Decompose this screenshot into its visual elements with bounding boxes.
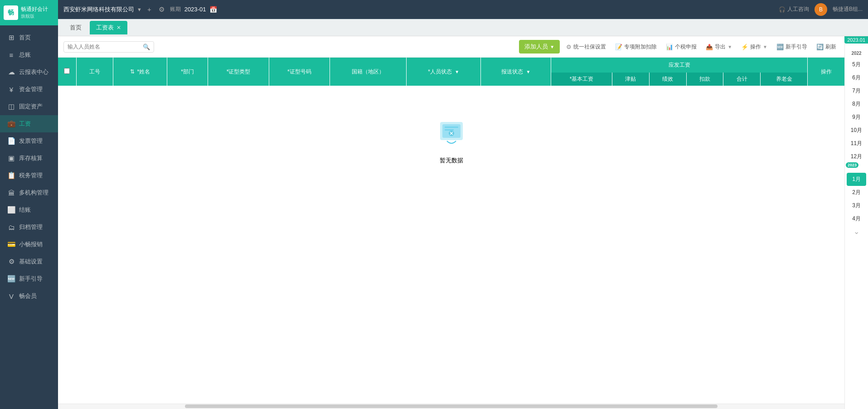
nav-label-settings: 基础设置 [19,258,43,266]
sidebar-item-settings[interactable]: ⚙ 基础设置 [0,253,58,270]
svg-rect-3 [445,129,454,131]
tab-salary-table[interactable]: 工资表 ✕ [90,21,127,34]
down-nav-icon[interactable]: ⌄ [852,226,861,237]
sidebar-item-ledger[interactable]: ≡ 总账 [0,46,58,63]
th-allowance-label: 津贴 [625,76,636,82]
export-btn[interactable]: 📤 导出 ▼ [703,41,735,53]
month-2022-7[interactable]: 7月 [845,84,868,97]
month-2023-2[interactable]: 2月 [845,186,868,199]
th-name-label: *姓名 [137,68,150,75]
add-dropdown-icon: ▼ [550,44,554,49]
inventory-icon: ▣ [7,154,15,162]
nav-label-member: 畅会员 [19,292,37,300]
personal-tax-btn[interactable]: 📊 个税申报 [663,41,699,53]
nav-label-archive: 归档管理 [19,223,43,231]
add-company-btn[interactable]: + [145,5,153,14]
search-icon[interactable]: 🔍 [143,44,150,50]
sidebar-item-inventory[interactable]: ▣ 库存核算 [0,150,58,167]
multi-org-icon: 🏛 [7,189,15,197]
sidebar-item-home[interactable]: ⊞ 首页 [0,29,58,46]
month-2022-8[interactable]: 8月 [845,97,868,111]
support-label: 人工咨询 [787,5,809,13]
tab-close-icon[interactable]: ✕ [116,24,121,31]
topbar-right: 🎧 人工咨询 B 畅捷通B组... [779,3,863,16]
th-actions-label: 操作 [821,68,832,75]
nav-label-guide: 新手引导 [19,275,43,283]
svg-rect-2 [445,127,458,128]
empty-text: 暂无数据 [440,156,463,165]
nav-label-assets: 固定资产 [19,102,43,111]
th-deduct: 扣款 [686,73,723,86]
sidebar-item-assets[interactable]: ◫ 固定资产 [0,98,58,115]
month-2022-12[interactable]: 12月 [845,150,868,163]
th-payroll-group: 应发工资 [551,58,808,73]
sidebar-item-salary[interactable]: 💼 工资 [0,115,58,132]
special-deduct-btn[interactable]: 📝 专项附加扣除 [612,41,659,53]
main-area: 西安虾米网络科技有限公司 ▼ + ⚙ 账期 2023-01 📅 🎧 人工咨询 B… [58,0,868,409]
company-name: 西安虾米网络科技有限公司 [63,5,134,14]
sidebar-item-close[interactable]: ⬜ 结账 [0,201,58,219]
new-guide-btn[interactable]: 🆕 新手引导 [774,41,810,53]
scrollbar-track[interactable] [185,404,718,408]
month-2023-1[interactable]: 1月 [847,173,866,186]
user-name: 畅捷通B组... [833,5,863,13]
th-nationality: 国籍（地区） [330,58,406,86]
tabbar: 首页 工资表 ✕ [58,19,868,36]
sidebar-item-archive[interactable]: 🗂 归档管理 [0,219,58,236]
cloud-icon: ☁ [7,68,15,76]
sidebar-item-guide[interactable]: 🆕 新手引导 [0,270,58,287]
guide-icon: 🆕 [7,275,15,283]
expense-icon: 💳 [7,240,15,248]
add-person-button[interactable]: 添加人员 ▼ [519,40,560,54]
nav-label-home: 首页 [19,34,31,42]
month-2023-4[interactable]: 4月 [845,212,868,225]
th-actions: 操作 [808,58,844,86]
month-2022-9[interactable]: 9月 [845,111,868,124]
sidebar: 畅 畅通好会计 旗舰版 ⊞ 首页 ≡ 总账 ☁ 云报表中心 ¥ 资金管理 ◫ 固… [0,0,58,409]
sidebar-item-tax[interactable]: 📋 税务管理 [0,167,58,184]
personal-tax-label: 个税申报 [675,43,697,51]
member-icon: V [7,292,15,300]
sidebar-item-expense[interactable]: 💳 小畅报销 [0,236,58,253]
period-value: 2023-01 [184,6,206,13]
support-button[interactable]: 🎧 人工咨询 [779,5,809,13]
select-all-checkbox[interactable] [64,68,70,74]
th-person-status: *人员状态 ▼ [407,58,481,86]
month-2022-6[interactable]: 6月 [845,71,868,84]
refresh-btn[interactable]: 🔄 刷新 [814,41,839,53]
sort-icon-name: ⇅ [130,68,135,75]
month-2023-3[interactable]: 3月 [845,199,868,212]
fund-icon: ¥ [7,86,15,93]
chevron-down-icon: ▼ [137,7,142,12]
person-status-filter-icon[interactable]: ▼ [455,69,459,74]
search-input[interactable] [68,44,140,50]
nav-label-cloud: 云报表中心 [19,68,48,76]
sidebar-item-member[interactable]: V 畅会员 [0,287,58,305]
month-2022-5[interactable]: 5月 [845,58,868,71]
month-2022-11[interactable]: 11月 [845,137,868,150]
tab-salary-label: 工资表 [96,24,114,32]
tab-home[interactable]: 首页 [63,21,88,34]
social-security-icon: ⚙ [566,44,572,50]
company-selector[interactable]: 西安虾米网络科技有限公司 ▼ [63,5,142,14]
select-all-th[interactable] [58,58,76,86]
operate-btn[interactable]: ⚡ 操作 ▼ [738,41,770,53]
report-status-filter-icon[interactable]: ▼ [526,69,530,74]
add-person-label: 添加人员 [524,43,548,51]
table-wrapper: 工号 ⇅ *姓名 *部门 *证型类型 [58,58,844,404]
sidebar-item-invoice[interactable]: 📄 发票管理 [0,132,58,150]
nav-label-multi-org: 多机构管理 [19,189,48,197]
calendar-icon[interactable]: 📅 [209,6,217,13]
month-2022-10[interactable]: 10月 [845,124,868,137]
logo-icon: 畅 [4,5,18,20]
settings-company-btn[interactable]: ⚙ [157,5,166,15]
sidebar-item-multi-org[interactable]: 🏛 多机构管理 [0,184,58,201]
th-base-salary-label: *基本工资 [570,76,594,82]
sidebar-item-cloud-report[interactable]: ☁ 云报表中心 [0,63,58,81]
sidebar-item-fund[interactable]: ¥ 资金管理 [0,81,58,98]
th-base-salary: *基本工资 [551,73,612,86]
th-performance: 绩效 [649,73,686,86]
logo-text: 畅通好会计 [21,6,48,13]
social-security-label: 统一社保设置 [573,43,606,51]
social-security-btn[interactable]: ⚙ 统一社保设置 [563,41,609,53]
